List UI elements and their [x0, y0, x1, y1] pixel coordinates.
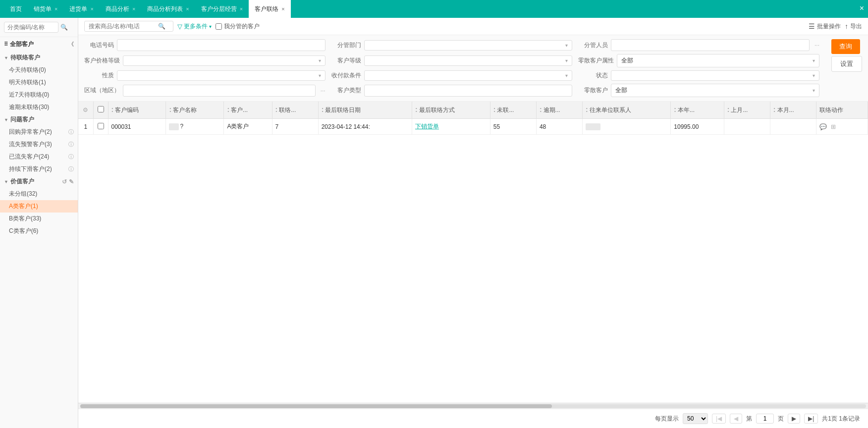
th-contact-person[interactable]: 往来单位联系人 — [583, 102, 671, 119]
info-icon-1: ⓘ — [68, 128, 74, 136]
scrollbar-thumb[interactable] — [80, 404, 552, 408]
th-last-contact-method[interactable]: 最后联络方式 — [412, 102, 490, 119]
value-customers-group[interactable]: ▼ 价值客户 ↺ ✎ — [0, 175, 78, 188]
th-last-month[interactable]: 上月... — [724, 102, 770, 119]
nav-home[interactable]: 首页 — [4, 0, 28, 18]
category-search-icon[interactable]: 🔍 — [60, 24, 68, 31]
nav-customer-tier[interactable]: 客户分层经营 × — [195, 0, 249, 18]
horizontal-scrollbar[interactable] — [78, 403, 868, 409]
query-btn[interactable]: 查询 — [831, 39, 860, 54]
th-this-month[interactable]: 本月... — [770, 102, 816, 119]
first-page-btn[interactable]: |◀ — [712, 414, 726, 424]
last-page-btn[interactable]: ▶| — [804, 414, 818, 424]
nature-chevron: ▾ — [319, 73, 321, 78]
row-checkbox[interactable] — [98, 123, 104, 129]
dept-select[interactable]: ▾ — [364, 40, 573, 51]
close-product-analysis-list[interactable]: × — [186, 6, 189, 12]
sidebar-item-churned[interactable]: 已流失客户(24) ⓘ — [0, 151, 78, 163]
payment-chevron: ▾ — [565, 73, 568, 78]
nav-purchase-order[interactable]: 进货单 × — [63, 0, 99, 18]
prev-page-btn[interactable]: ◀ — [730, 414, 742, 424]
nature-select[interactable]: ▾ — [117, 70, 326, 81]
page-suffix: 页 — [778, 415, 784, 423]
contact-method-link[interactable]: 下销货单 — [415, 123, 439, 130]
td-actions: 💬 ⊞ — [816, 119, 868, 135]
sidebar-item-ungroup[interactable]: 未分组(32) — [0, 188, 78, 200]
search-input[interactable] — [89, 23, 158, 30]
category-search-input[interactable] — [4, 22, 58, 33]
nav-product-analysis[interactable]: 商品分析 × — [100, 0, 141, 18]
td-year-amount: 10995.00 — [671, 119, 724, 135]
retail-attr-select[interactable]: 全部 ▾ — [617, 54, 819, 67]
sidebar-item-b-class[interactable]: B类客户(33) — [0, 213, 78, 225]
value-customers-edit-icon[interactable]: ✎ — [69, 178, 74, 185]
table-row: 1 000031 ? A类客户 7 2023-04-12 14:44: 下销货单 — [78, 119, 868, 135]
export-btn[interactable]: ↑ 导出 — [845, 22, 862, 31]
filter-cell-payment: 收付款条件 ▾ — [331, 70, 579, 81]
table-header: ⚙ 客户编码 客户名称 客户... 联络... 最后联络日期 最后联络方式 未联… — [78, 102, 868, 119]
person-dots-btn[interactable]: ··· — [814, 42, 819, 49]
status-select[interactable]: ▾ — [611, 70, 819, 81]
region-dots-btn[interactable]: ··· — [321, 87, 326, 94]
sidebar-item-today-pending[interactable]: 今天待联络(0) — [0, 64, 78, 76]
all-customers-header[interactable]: ⠿ 全部客户 《 — [0, 37, 78, 52]
problem-customers-group[interactable]: ▼ 问题客户 — [0, 113, 78, 126]
customer-grade-select[interactable]: ▾ — [364, 55, 573, 66]
select-all-checkbox[interactable] — [98, 106, 104, 112]
nav-sales-order[interactable]: 销货单 × — [28, 0, 63, 18]
sidebar-collapse-btn[interactable]: 《 — [68, 41, 74, 48]
sidebar-item-a-class[interactable]: A类客户(1) — [0, 200, 78, 213]
sidebar-item-week-pending[interactable]: 近7天待联络(0) — [0, 89, 78, 101]
person-input[interactable] — [611, 39, 810, 51]
phone-input[interactable] — [117, 39, 326, 51]
settings-gear-icon[interactable]: ⚙ — [83, 107, 88, 113]
th-overdue[interactable]: 逾期... — [536, 102, 582, 119]
close-purchase-order[interactable]: × — [90, 6, 93, 12]
region-input[interactable] — [123, 85, 316, 97]
more-filters-btn[interactable]: ▽ 更多条件 ▾ — [177, 22, 212, 31]
settings-btn[interactable]: 设置 — [831, 56, 862, 72]
payment-select[interactable]: ▾ — [364, 70, 573, 81]
sidebar-item-churn-warning[interactable]: 流失预警客户(3) ⓘ — [0, 138, 78, 151]
nav-customer-contact[interactable]: 客户联络 × — [249, 0, 290, 18]
bulk-op-btn[interactable]: ☰ 批量操作 — [809, 22, 841, 31]
retail-attr-label: 零散客户属性 — [578, 56, 614, 65]
next-page-btn[interactable]: ▶ — [788, 414, 800, 424]
filter-cell-customer-grade: 客户等级 ▾ — [331, 55, 579, 66]
retail-customer-select[interactable]: 全部 ▾ — [611, 84, 819, 97]
th-customer-name[interactable]: 客户名称 — [166, 102, 224, 119]
sidebar-item-declining[interactable]: 持续下滑客户(2) ⓘ — [0, 163, 78, 175]
sidebar-item-repurchase-abnormal[interactable]: 回购异常客户(2) ⓘ — [0, 126, 78, 138]
chat-icon[interactable]: 💬 — [819, 123, 827, 130]
search-icon[interactable]: 🔍 — [158, 23, 165, 30]
th-customer-code[interactable]: 客户编码 — [108, 102, 166, 119]
price-grade-select[interactable]: ▾ — [123, 55, 326, 66]
filter-row-3: 性质 ▾ 收付款条件 ▾ — [84, 70, 825, 81]
price-grade-label: 客户价格等级 — [84, 56, 120, 65]
nav-product-analysis-list[interactable]: 商品分析列表 × — [141, 0, 195, 18]
th-current-year[interactable]: 本年... — [671, 102, 724, 119]
search-input-wrapper: 🔍 — [84, 21, 173, 32]
my-customers-checkbox[interactable] — [216, 23, 222, 30]
th-not-contacted[interactable]: 未联... — [490, 102, 536, 119]
value-customers-refresh-icon[interactable]: ↺ — [62, 178, 67, 185]
close-product-analysis[interactable]: × — [132, 6, 135, 12]
customer-type-input[interactable] — [364, 85, 573, 97]
advanced-filters: 电话号码 分管部门 ▾ 分管人员 — [78, 35, 868, 102]
close-sales-order[interactable]: × — [54, 6, 57, 12]
per-page-select[interactable]: 50 100 200 — [683, 413, 708, 424]
close-all-btn[interactable]: × — [860, 4, 864, 13]
page-input[interactable] — [756, 414, 774, 424]
filter-cell-retail-customer: 零散客户 全部 ▾ — [578, 84, 825, 97]
close-customer-tier[interactable]: × — [240, 6, 243, 12]
close-customer-contact[interactable]: × — [281, 6, 284, 12]
th-contact-count[interactable]: 联络... — [272, 102, 318, 119]
sidebar-item-c-class[interactable]: C类客户(6) — [0, 225, 78, 237]
sidebar-item-tomorrow-pending[interactable]: 明天待联络(1) — [0, 76, 78, 89]
th-customer-type[interactable]: 客户... — [224, 102, 272, 119]
status-chevron: ▾ — [813, 73, 815, 78]
th-last-contact-date[interactable]: 最后联络日期 — [318, 102, 412, 119]
qr-icon[interactable]: ⊞ — [831, 123, 836, 130]
sidebar-item-overdue[interactable]: 逾期未联络(30) — [0, 101, 78, 113]
pending-contact-group[interactable]: ▼ 待联络客户 — [0, 52, 78, 64]
